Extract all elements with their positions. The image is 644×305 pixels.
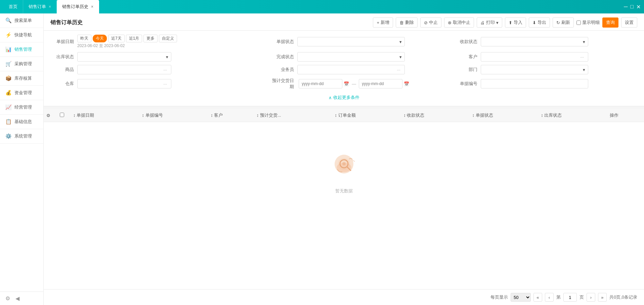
page-size-select[interactable]: 50 10 20 100 bbox=[511, 293, 531, 302]
tab-sales-order[interactable]: 销售订单 × bbox=[23, 0, 57, 13]
date-btn-custom[interactable]: 自定义 bbox=[159, 35, 177, 42]
pagination-bar: 每页显示 50 10 20 100 « ‹ 第 页 › » 共0页,0条记录 bbox=[44, 289, 644, 305]
import-button[interactable]: ⬆ 导入 bbox=[505, 17, 526, 28]
col-delivery[interactable]: ↕ 预计交货... bbox=[254, 109, 332, 122]
warehouse-dots[interactable]: ··· bbox=[162, 81, 168, 86]
calendar-from-icon[interactable]: 📅 bbox=[344, 81, 349, 86]
warehouse-status-select[interactable]: ▾ bbox=[77, 52, 171, 62]
first-page-icon: « bbox=[536, 295, 539, 300]
tab-sales-order-close[interactable]: × bbox=[49, 4, 51, 9]
tab-home[interactable]: 首页 bbox=[3, 0, 23, 13]
filter-row-3: 商品 ··· 业务员 ··· 部门 bbox=[50, 65, 637, 74]
print-button[interactable]: 🖨 打印 ▾ bbox=[477, 17, 502, 28]
table-checkbox-col[interactable] bbox=[57, 109, 71, 122]
salesperson-dots[interactable]: ··· bbox=[395, 67, 402, 72]
delivery-date-to-input[interactable] bbox=[359, 79, 402, 88]
filter-salesperson-col: 业务员 ··· bbox=[270, 65, 454, 74]
tab-home-label: 首页 bbox=[9, 4, 17, 10]
warehouse-select[interactable]: ··· bbox=[77, 79, 171, 88]
empty-state: 暂无数据 bbox=[44, 122, 644, 221]
sidebar-item-search[interactable]: 🔍 搜索菜单 bbox=[0, 13, 43, 28]
col-warehouse-status[interactable]: ↕ 出库状态 bbox=[538, 109, 607, 122]
table-header-row: ⚙ ↕ 单据日期 ↕ 单据编号 ↕ 客户 bbox=[44, 109, 644, 122]
sidebar-item-finance[interactable]: 💰 资金管理 bbox=[0, 86, 43, 100]
first-page-btn[interactable]: « bbox=[533, 293, 542, 302]
page-number-input[interactable] bbox=[563, 293, 577, 302]
department-select[interactable]: ▾ bbox=[481, 65, 588, 74]
col-order-no[interactable]: ↕ 单据编号 bbox=[139, 109, 208, 122]
total-info: 共0页,0条记录 bbox=[609, 294, 637, 300]
sidebar-item-inventory[interactable]: 📦 库存核算 bbox=[0, 71, 43, 86]
delivery-date-from-input[interactable] bbox=[299, 79, 342, 88]
calendar-to-icon[interactable]: 📅 bbox=[404, 81, 409, 86]
col-bill-status[interactable]: ↕ 单据状态 bbox=[470, 109, 539, 122]
tab-sales-order-history[interactable]: 销售订单历史 × bbox=[57, 0, 99, 13]
sidebar-item-sales[interactable]: 📊 销售管理 bbox=[0, 42, 43, 57]
filter-date-col: 单据日期 昨天 今天 近7天 近1月 更多 自定义 2023-06-02 至 2… bbox=[50, 35, 270, 49]
product-dots[interactable]: ··· bbox=[162, 67, 168, 72]
data-table: ⚙ ↕ 单据日期 ↕ 单据编号 ↕ 客户 bbox=[44, 109, 644, 122]
next-page-btn[interactable]: › bbox=[587, 293, 595, 302]
add-button[interactable]: + 新增 bbox=[373, 17, 393, 28]
date-btn-7days[interactable]: 近7天 bbox=[108, 35, 125, 42]
collapse-bar[interactable]: ∧ 收起更多条件 bbox=[50, 93, 637, 102]
date-btn-more[interactable]: 更多 bbox=[143, 35, 158, 42]
col-amount[interactable]: ↕ 订单金额 bbox=[332, 109, 401, 122]
product-select[interactable]: ··· bbox=[77, 65, 171, 74]
receipt-status-select[interactable]: ▾ bbox=[481, 37, 588, 46]
order-no-label: 单据编号 bbox=[454, 81, 481, 87]
sidebar-bottom: ⚙ ◀ bbox=[0, 292, 43, 305]
settings-button[interactable]: 设置 bbox=[621, 17, 637, 28]
close-window-icon[interactable]: ✕ bbox=[636, 4, 641, 10]
minimize-icon[interactable]: ─ bbox=[624, 4, 628, 10]
maximize-icon[interactable]: □ bbox=[630, 4, 634, 10]
delete-label: 删除 bbox=[405, 20, 414, 26]
window-actions: ─ □ ✕ bbox=[624, 4, 641, 10]
bill-status-select[interactable]: ▾ bbox=[297, 37, 405, 46]
sidebar-item-basic[interactable]: 📋 基础信息 bbox=[0, 115, 43, 129]
col-date[interactable]: ↕ 单据日期 bbox=[71, 109, 139, 122]
refresh-icon: ↻ bbox=[556, 20, 560, 25]
cancel-stop-button[interactable]: ⊗ 取消中止 bbox=[444, 17, 474, 28]
sidebar-item-system[interactable]: ⚙️ 系统管理 bbox=[0, 129, 43, 144]
query-button[interactable]: 查询 bbox=[602, 17, 618, 28]
date-btn-yesterday[interactable]: 昨天 bbox=[77, 35, 91, 42]
col-customer[interactable]: ↕ 客户 bbox=[208, 109, 254, 122]
refresh-button[interactable]: ↻ 刷新 bbox=[553, 17, 574, 28]
filter-bill-status-col: 单据状态 ▾ bbox=[270, 37, 454, 46]
sidebar-item-purchase[interactable]: 🛒 采购管理 bbox=[0, 57, 43, 71]
bill-status-arrow: ▾ bbox=[399, 39, 402, 44]
purchase-icon: 🛒 bbox=[5, 61, 12, 67]
stop-button[interactable]: ⊘ 中止 bbox=[420, 17, 441, 28]
table-settings-col[interactable]: ⚙ bbox=[44, 109, 57, 122]
show-detail-checkbox[interactable] bbox=[576, 21, 581, 25]
salesperson-select[interactable]: ··· bbox=[297, 65, 405, 74]
col-receipt-status[interactable]: ↕ 收款状态 bbox=[401, 109, 470, 122]
toolbar: + 新增 🗑 删除 ⊘ 中止 ⊗ 取消中止 🖨 打印 bbox=[373, 17, 637, 28]
col-date-label: ↕ 单据日期 bbox=[73, 113, 94, 118]
order-no-input[interactable] bbox=[481, 79, 588, 88]
tab-sales-order-history-close[interactable]: × bbox=[91, 4, 93, 9]
date-btn-today[interactable]: 今天 bbox=[93, 35, 107, 42]
prev-page-btn[interactable]: ‹ bbox=[545, 293, 554, 302]
delete-button[interactable]: 🗑 删除 bbox=[396, 17, 418, 28]
select-all-checkbox[interactable] bbox=[60, 113, 64, 117]
sidebar-item-quicknav[interactable]: ⚡ 快捷导航 bbox=[0, 28, 43, 42]
date-range-display: 2023-06-02 至 2023-06-02 bbox=[77, 43, 177, 49]
settings-bottom-icon[interactable]: ⚙ bbox=[5, 295, 10, 302]
last-page-btn[interactable]: » bbox=[598, 293, 607, 302]
sidebar-item-operations[interactable]: 📈 经营管理 bbox=[0, 100, 43, 115]
export-button[interactable]: ⬇ 导出 bbox=[529, 17, 550, 28]
customer-dots[interactable]: ··· bbox=[579, 54, 585, 60]
empty-illustration bbox=[327, 149, 361, 183]
show-detail-checkbox-label[interactable]: 显示明细 bbox=[576, 20, 600, 26]
complete-status-select[interactable]: ▾ bbox=[297, 52, 405, 62]
collapse-sidebar-icon[interactable]: ◀ bbox=[15, 295, 19, 302]
customer-select[interactable]: ··· bbox=[481, 52, 588, 62]
date-btn-1month[interactable]: 近1月 bbox=[126, 35, 142, 42]
import-label: 导入 bbox=[514, 20, 522, 26]
filter-warehouse-status-col: 出库状态 ▾ bbox=[50, 52, 270, 62]
col-receipt-status-label: ↕ 收款状态 bbox=[403, 113, 424, 118]
stop-label: 中止 bbox=[429, 20, 438, 26]
filter-customer-col: 客户 ··· bbox=[454, 52, 637, 62]
